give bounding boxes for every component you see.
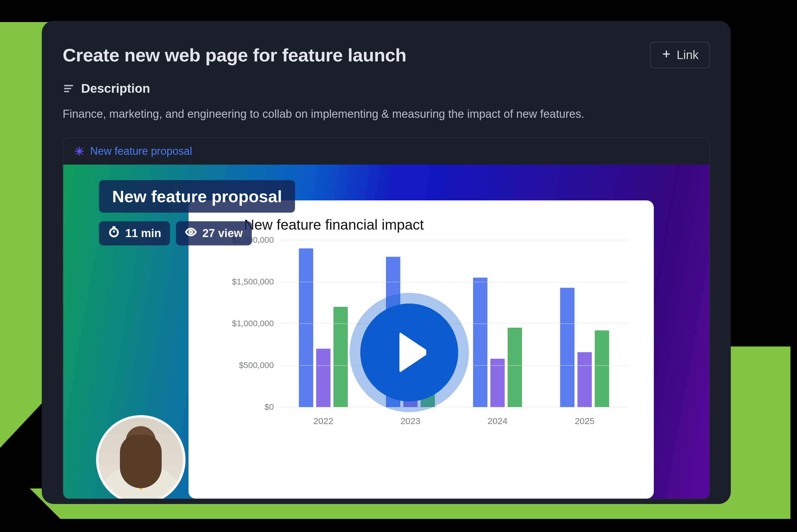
add-link-button[interactable]: Link: [650, 42, 710, 68]
chart-title: New feature financial impact: [244, 216, 640, 233]
description-label: Description: [81, 81, 150, 96]
link-button-label: Link: [677, 48, 699, 62]
chart-gridline: [280, 407, 628, 407]
description-icon: [63, 82, 75, 95]
description-heading-row: Description: [63, 81, 710, 96]
loom-icon: [74, 146, 85, 156]
chart-bar: [560, 288, 574, 407]
x-tick-label: 2022: [280, 410, 367, 431]
x-tick-label: 2023: [367, 410, 454, 431]
description-body: Finance, marketing, and engineering to c…: [63, 107, 710, 122]
chart-bar: [508, 328, 522, 407]
chart-bar: [595, 330, 609, 407]
play-icon: [392, 350, 426, 355]
duration-text: 11 min: [125, 227, 161, 240]
video-duration-pill: 11 min: [99, 221, 170, 245]
chart-bar: [299, 248, 313, 407]
video-meta-row: 11 min 27 view: [99, 221, 252, 245]
stopwatch-icon: [108, 226, 120, 241]
video-title-text: New feature proposal: [112, 187, 282, 206]
chart-bar: [334, 307, 348, 407]
x-tick-label: 2024: [454, 410, 541, 431]
video-title-overlay: New feature proposal: [99, 180, 295, 213]
embed-link-text: New feature proposal: [90, 145, 192, 157]
chart-bar: [473, 278, 487, 407]
embed-header[interactable]: New feature proposal: [63, 138, 709, 165]
chart-bar: [316, 348, 330, 407]
chart-y-axis: $0$500,000$1,000,000$1,500,000$2,000,000: [214, 240, 274, 407]
eye-icon: [185, 226, 197, 241]
chart-x-axis: 2022202320242025: [280, 410, 628, 431]
y-tick-label: $0: [265, 402, 274, 412]
presenter-avatar: [96, 415, 186, 499]
task-card: Create new web page for feature launch L…: [42, 21, 731, 504]
plus-icon: [661, 48, 671, 62]
svg-point-6: [189, 230, 192, 233]
play-button[interactable]: [349, 293, 469, 412]
svg-point-4: [78, 150, 81, 153]
video-thumbnail[interactable]: New feature financial impact $0$500,000$…: [63, 165, 709, 499]
y-tick-label: $1,500,000: [232, 277, 274, 287]
embed-card: New feature proposal New feature financi…: [63, 137, 710, 499]
header-row: Create new web page for feature launch L…: [63, 42, 710, 68]
y-tick-label: $1,000,000: [232, 319, 274, 328]
chart-bar: [490, 359, 505, 407]
x-tick-label: 2025: [541, 410, 628, 431]
views-text: 27 view: [202, 227, 243, 240]
video-views-pill: 27 view: [176, 221, 251, 245]
y-tick-label: $500,000: [239, 361, 274, 370]
chart-bar: [577, 352, 592, 407]
page-title: Create new web page for feature launch: [63, 44, 406, 65]
